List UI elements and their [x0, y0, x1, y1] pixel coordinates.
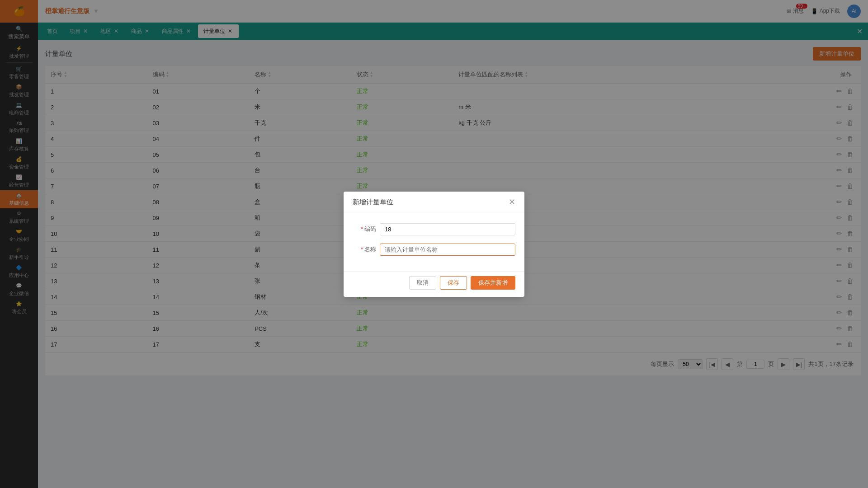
name-form-row: 名称 — [353, 244, 515, 256]
name-label: 名称 — [353, 245, 380, 253]
modal-overlay[interactable]: 新增计量单位 ✕ 编码 名称 取消 保存 保存并新增 — [0, 0, 868, 488]
save-button[interactable]: 保存 — [440, 276, 467, 290]
save-and-add-button[interactable]: 保存并新增 — [471, 276, 515, 290]
code-label: 编码 — [353, 225, 380, 233]
code-input[interactable] — [380, 223, 515, 235]
modal-footer: 取消 保存 保存并新增 — [344, 271, 524, 297]
modal-body: 编码 名称 — [344, 212, 524, 271]
name-input[interactable] — [380, 244, 515, 256]
modal-title: 新增计量单位 — [353, 198, 393, 206]
modal-close-button[interactable]: ✕ — [509, 198, 515, 206]
add-unit-modal: 新增计量单位 ✕ 编码 名称 取消 保存 保存并新增 — [344, 192, 524, 297]
code-form-row: 编码 — [353, 223, 515, 235]
modal-header: 新增计量单位 ✕ — [344, 192, 524, 212]
cancel-button[interactable]: 取消 — [409, 276, 436, 290]
